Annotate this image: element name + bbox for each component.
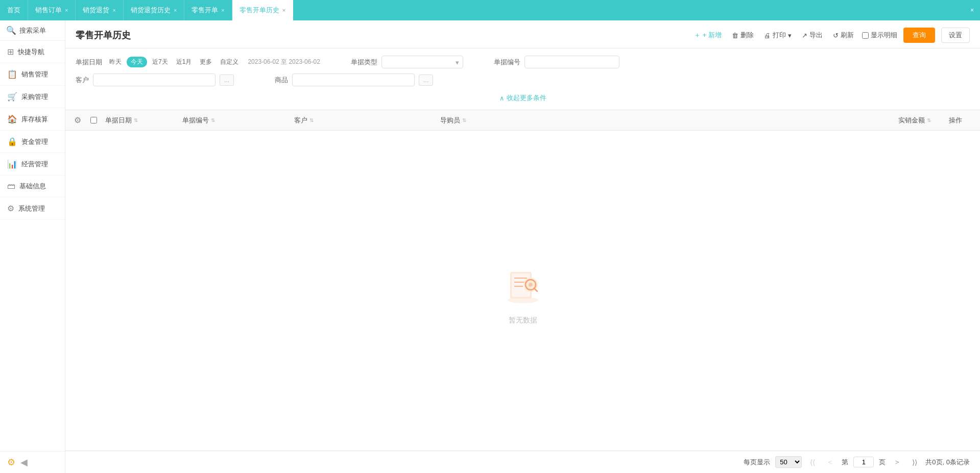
order-no-input[interactable]: [524, 56, 619, 68]
nav-tab-close-sales-order[interactable]: ×: [65, 7, 68, 13]
nav-tab-sales-return-history[interactable]: 销货退货历史×: [124, 0, 184, 20]
print-icon: 🖨: [764, 32, 771, 39]
settings-btn[interactable]: 设置: [941, 28, 970, 43]
sidebar-icon-inventory: 🏠: [7, 114, 17, 124]
sidebar-icon-operation: 📊: [7, 159, 17, 169]
nav-tab-home[interactable]: 首页: [0, 0, 28, 20]
nav-tab-sales-return[interactable]: 销货退货×: [76, 0, 123, 20]
date-filter: 单据日期 昨天 今天 近7天 近1月 更多 自定义 2023-06-02 至 2…: [76, 57, 320, 67]
nav-tab-label-sales-order: 销售订单: [35, 6, 62, 15]
date-label: 单据日期: [76, 58, 102, 67]
th-order-no[interactable]: 单据编号 ⇅: [178, 116, 290, 125]
sidebar-item-finance[interactable]: 🔒资金管理: [0, 131, 65, 153]
print-btn[interactable]: 🖨 打印 ▾: [762, 30, 794, 41]
prev-page-btn[interactable]: ＜: [823, 457, 836, 468]
select-all-checkbox[interactable]: [90, 117, 97, 123]
sidebar-collapse-icon[interactable]: ◀: [20, 457, 28, 468]
th-guide[interactable]: 导购员 ⇅: [436, 116, 513, 125]
sidebar-settings-icon[interactable]: ⚙: [7, 457, 15, 468]
content-area: 零售开单历史 ＋ + 新增 🗑 删除 🖨 打印 ▾ ↗ 导出: [65, 20, 980, 473]
th-customer[interactable]: 客户 ⇅: [290, 116, 436, 125]
nav-tab-close-retail-open[interactable]: ×: [221, 7, 224, 13]
last-page-btn[interactable]: ⟩⟩: [909, 457, 920, 467]
th-date[interactable]: 单据日期 ⇅: [101, 116, 178, 125]
product-input[interactable]: [292, 73, 415, 86]
delete-btn[interactable]: 🗑 删除: [730, 30, 756, 41]
sidebar-label-quick-nav: 快捷导航: [18, 47, 44, 57]
filter-row-1: 单据日期 昨天 今天 近7天 近1月 更多 自定义 2023-06-02 至 2…: [76, 56, 970, 68]
date-btn-7days[interactable]: 近7天: [149, 57, 171, 67]
sidebar: 🔍 搜索采单 ⊞快捷导航📋销售管理🛒采购管理🏠库存核算🔒资金管理📊经营管理🗃基础…: [0, 20, 65, 473]
sidebar-search[interactable]: 🔍 搜索采单: [0, 20, 65, 41]
date-btn-today[interactable]: 今天: [127, 57, 147, 67]
th-customer-label: 客户: [294, 116, 307, 125]
table-header: ⚙ 单据日期 ⇅ 单据编号 ⇅ 客户 ⇅ 导购员 ⇅: [65, 110, 980, 131]
product-ellipsis-btn[interactable]: ...: [419, 74, 433, 86]
sidebar-item-sales-mgmt[interactable]: 📋销售管理: [0, 63, 65, 86]
th-guide-label: 导购员: [440, 116, 460, 125]
per-page-label: 每页显示: [744, 458, 770, 467]
nav-tab-sales-order[interactable]: 销售订单×: [28, 0, 76, 20]
sidebar-label-sales-mgmt: 销售管理: [21, 70, 48, 79]
collapse-more-btn[interactable]: ∧ 收起更多条件: [499, 91, 546, 105]
nav-tab-close-sales-return-history[interactable]: ×: [174, 7, 177, 13]
sidebar-icon-quick-nav: ⊞: [7, 47, 14, 57]
filter-area: 单据日期 昨天 今天 近7天 近1月 更多 自定义 2023-06-02 至 2…: [65, 48, 980, 110]
nav-tab-retail-open[interactable]: 零售开单×: [184, 0, 232, 20]
sidebar-icon-purchase-mgmt: 🛒: [7, 92, 17, 102]
refresh-icon: ↺: [833, 32, 839, 39]
query-btn[interactable]: 查询: [903, 28, 935, 43]
first-page-btn[interactable]: ⟨⟨: [807, 457, 818, 467]
export-btn[interactable]: ↗ 导出: [800, 30, 825, 41]
filter-row-2: 客户 ... 商品 ...: [76, 73, 970, 86]
nav-tab-retail-open-history[interactable]: 零售开单历史×: [232, 0, 293, 20]
sidebar-icon-basic-info: 🗃: [7, 182, 15, 191]
th-amount[interactable]: 实销金额 ⇅: [858, 116, 935, 125]
customer-input[interactable]: [93, 73, 216, 86]
th-settings-icon[interactable]: ⚙: [69, 115, 86, 125]
page-header: 零售开单历史 ＋ + 新增 🗑 删除 🖨 打印 ▾ ↗ 导出: [65, 20, 980, 48]
nav-tab-label-sales-return-history: 销货退货历史: [131, 6, 171, 15]
page-input[interactable]: [853, 457, 874, 467]
date-btn-more[interactable]: 更多: [197, 57, 215, 67]
date-btn-yesterday[interactable]: 昨天: [106, 57, 125, 67]
refresh-btn[interactable]: ↺ 刷新: [831, 30, 856, 41]
nav-tab-close-sales-return[interactable]: ×: [112, 7, 115, 13]
th-action: 操作: [935, 116, 976, 125]
total-label: 共0页, 0条记录: [925, 458, 970, 467]
sidebar-icon-system-mgmt: ⚙: [7, 204, 14, 213]
sidebar-label-purchase-mgmt: 采购管理: [21, 92, 48, 102]
order-type-select[interactable]: [381, 56, 463, 68]
nav-tab-label-home: 首页: [7, 6, 20, 15]
th-customer-sort-icon: ⇅: [309, 117, 314, 123]
th-checkbox[interactable]: [86, 117, 101, 123]
product-label: 商品: [275, 76, 288, 85]
sidebar-search-label: 搜索采单: [19, 26, 46, 35]
nav-tab-close-retail-open-history[interactable]: ×: [282, 7, 285, 13]
th-guide-sort-icon: ⇅: [462, 117, 466, 123]
sidebar-item-system-mgmt[interactable]: ⚙系统管理: [0, 197, 65, 220]
sidebar-item-purchase-mgmt[interactable]: 🛒采购管理: [0, 86, 65, 108]
date-btn-custom[interactable]: 自定义: [217, 57, 242, 67]
per-page-select[interactable]: 50 10 20 100: [775, 456, 802, 468]
nav-tab-label-retail-open: 零售开单: [192, 6, 218, 15]
add-btn[interactable]: ＋ + 新增: [692, 30, 724, 41]
display-detail-check[interactable]: 显示明细: [862, 31, 897, 40]
page-title: 零售开单历史: [76, 29, 131, 41]
date-quick-btns: 昨天 今天 近7天 近1月 更多 自定义: [106, 57, 242, 67]
top-nav: 首页销售订单×销货退货×销货退货历史×零售开单×零售开单历史× ×: [0, 0, 980, 20]
pagination: 每页显示 50 10 20 100 ⟨⟨ ＜ 第 页 ＞ ⟩⟩ 共0页, 0条记…: [65, 451, 980, 473]
date-btn-1month[interactable]: 近1月: [173, 57, 195, 67]
empty-state: 暂无数据: [65, 131, 980, 451]
th-order-no-sort-icon: ⇅: [211, 117, 215, 123]
next-page-btn[interactable]: ＞: [891, 457, 904, 468]
sidebar-item-operation[interactable]: 📊经营管理: [0, 153, 65, 176]
display-detail-checkbox[interactable]: [862, 32, 869, 39]
close-window-btn[interactable]: ×: [970, 7, 974, 14]
sidebar-label-operation: 经营管理: [21, 160, 48, 169]
search-icon: 🔍: [6, 26, 16, 35]
sidebar-item-quick-nav[interactable]: ⊞快捷导航: [0, 41, 65, 63]
customer-ellipsis-btn[interactable]: ...: [220, 74, 234, 86]
sidebar-item-basic-info[interactable]: 🗃基础信息: [0, 176, 65, 197]
sidebar-item-inventory[interactable]: 🏠库存核算: [0, 108, 65, 131]
